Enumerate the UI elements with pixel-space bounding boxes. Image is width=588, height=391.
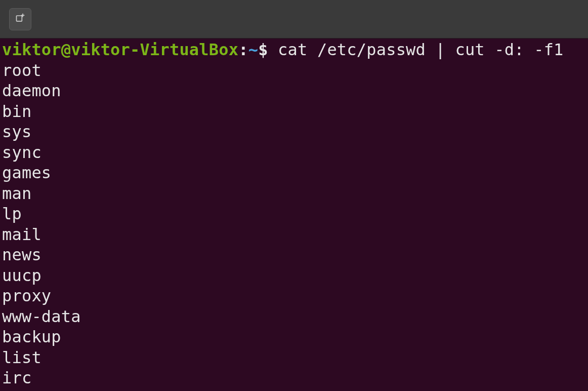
output-line: backup: [2, 327, 586, 347]
output-line: man: [2, 183, 586, 204]
command-text: cat /etc/passwd | cut -d: -f1: [268, 40, 564, 59]
window-titlebar: [0, 0, 588, 38]
output-line: irc: [2, 368, 586, 388]
output-line: games: [2, 163, 586, 183]
output-line: sync: [2, 142, 586, 163]
terminal-area[interactable]: viktor@viktor-VirtualBox:~$ cat /etc/pas…: [0, 38, 588, 389]
prompt-path: ~: [248, 40, 258, 59]
output-line: www-data: [2, 306, 586, 327]
output-line: mail: [2, 224, 586, 245]
output-line: proxy: [2, 286, 586, 306]
new-tab-icon: [15, 13, 25, 25]
svg-rect-0: [17, 16, 22, 21]
output-line: news: [2, 245, 586, 265]
output-line: list: [2, 347, 586, 368]
prompt-userhost: viktor@viktor-VirtualBox: [2, 40, 238, 59]
output-line: bin: [2, 101, 586, 122]
output-line: daemon: [2, 81, 586, 101]
command-output: rootdaemonbinsyssyncgamesmanlpmailnewsuu…: [2, 60, 586, 388]
new-tab-button[interactable]: [9, 8, 31, 30]
output-line: root: [2, 60, 586, 81]
output-line: sys: [2, 122, 586, 142]
prompt-dollar: $: [258, 40, 268, 59]
output-line: lp: [2, 204, 586, 224]
prompt-colon: :: [238, 40, 248, 59]
output-line: uucp: [2, 265, 586, 286]
prompt-line: viktor@viktor-VirtualBox:~$ cat /etc/pas…: [2, 40, 586, 60]
